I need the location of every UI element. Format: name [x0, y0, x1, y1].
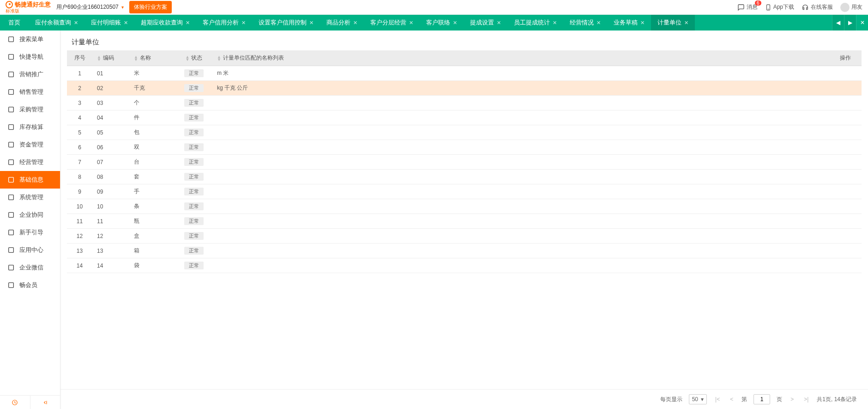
- close-icon[interactable]: ✕: [186, 20, 190, 26]
- table-row[interactable]: 1313箱正常: [67, 244, 862, 258]
- sidebar-item[interactable]: 快捷导航: [0, 48, 60, 66]
- table-row[interactable]: 101米正常m 米: [67, 66, 862, 81]
- support-link[interactable]: 在线客服: [802, 3, 833, 11]
- cell-op: [829, 229, 862, 244]
- sidebar-collapse-button[interactable]: [30, 396, 60, 409]
- cell-status: 正常: [175, 96, 212, 110]
- table-row[interactable]: 909手正常: [67, 184, 862, 199]
- th-match[interactable]: ▲▼计量单位匹配的名称列表: [212, 50, 829, 66]
- cell-code: 07: [92, 155, 129, 170]
- sidebar-footer-btn-1[interactable]: [0, 396, 30, 409]
- per-page-select[interactable]: 50 ▾: [689, 394, 707, 404]
- close-icon[interactable]: ✕: [684, 20, 688, 26]
- table-row[interactable]: 1111瓶正常: [67, 214, 862, 229]
- sort-icon: ▲▼: [186, 55, 190, 61]
- sort-icon: ▲▼: [97, 55, 101, 61]
- sidebar-item[interactable]: 应用中心: [0, 241, 60, 259]
- table-row[interactable]: 707台正常: [67, 155, 862, 170]
- tab-item[interactable]: 设置客户信用控制✕: [252, 15, 320, 31]
- sidebar-icon: [7, 246, 15, 254]
- cell-seq: 3: [67, 96, 92, 110]
- close-icon[interactable]: ✕: [409, 20, 413, 26]
- sidebar-item[interactable]: 系统管理: [0, 189, 60, 206]
- app-download-link[interactable]: App下载: [765, 3, 794, 11]
- th-code[interactable]: ▲▼编码: [92, 50, 129, 66]
- svg-rect-13: [9, 230, 14, 235]
- tab-item[interactable]: 提成设置✕: [464, 15, 507, 31]
- sidebar-item[interactable]: 企业微信: [0, 259, 60, 276]
- tab-label: 应付明细账: [91, 18, 121, 27]
- close-icon[interactable]: ✕: [453, 20, 457, 26]
- table-row[interactable]: 303个正常: [67, 96, 862, 110]
- tab-item[interactable]: 客户信用分析✕: [196, 15, 252, 31]
- th-seq[interactable]: 序号: [67, 50, 92, 66]
- close-icon[interactable]: ✕: [353, 20, 357, 26]
- table-row[interactable]: 1010条正常: [67, 199, 862, 214]
- cell-status: 正常: [175, 184, 212, 199]
- tab-item[interactable]: 应付余额查询✕: [29, 15, 84, 31]
- close-icon[interactable]: ✕: [124, 20, 128, 26]
- cell-op: [829, 244, 862, 258]
- support-label: 在线客服: [811, 3, 833, 11]
- close-icon[interactable]: ✕: [309, 20, 313, 26]
- sidebar-item[interactable]: 营销推广: [0, 66, 60, 83]
- th-name[interactable]: ▲▼名称: [129, 50, 175, 66]
- th-status[interactable]: ▲▼状态: [175, 50, 212, 66]
- tab-item[interactable]: 商品分析✕: [320, 15, 364, 31]
- brand-logo-icon: [6, 1, 13, 8]
- table-row[interactable]: 808套正常: [67, 170, 862, 184]
- tab-item[interactable]: 超期应收款查询✕: [134, 15, 196, 31]
- tab-item[interactable]: 业务草稿✕: [607, 15, 651, 31]
- sidebar-item[interactable]: 搜索菜单: [0, 31, 60, 48]
- table-row[interactable]: 202千克正常kg 千克 公斤: [67, 81, 862, 96]
- sidebar-item-label: 新手引导: [19, 228, 43, 237]
- tab-item[interactable]: 员工提成统计✕: [507, 15, 563, 31]
- sidebar-item[interactable]: 新手引导: [0, 224, 60, 241]
- close-icon[interactable]: ✕: [640, 20, 645, 26]
- close-icon[interactable]: ✕: [497, 20, 501, 26]
- sidebar-item[interactable]: 销售管理: [0, 83, 60, 101]
- tab-home[interactable]: 首页: [0, 15, 29, 31]
- tab-item[interactable]: 客户分层经营✕: [364, 15, 420, 31]
- org-selector[interactable]: 用户690企业1660120507 ▾: [56, 3, 124, 11]
- close-icon[interactable]: ✕: [553, 20, 557, 26]
- cell-seq: 5: [67, 125, 92, 140]
- sidebar-item[interactable]: 基础信息: [0, 171, 60, 189]
- table-row[interactable]: 404件正常: [67, 110, 862, 125]
- close-icon[interactable]: ✕: [241, 20, 246, 26]
- sidebar-item-label: 采购管理: [19, 105, 43, 114]
- tab-item[interactable]: 经营情况✕: [563, 15, 607, 31]
- tab-item[interactable]: 客户联络✕: [420, 15, 464, 31]
- page-first[interactable]: |<: [713, 396, 722, 403]
- tabs-close-all[interactable]: ✕: [856, 15, 868, 31]
- sidebar-item[interactable]: 企业协同: [0, 206, 60, 224]
- table-row[interactable]: 1212盒正常: [67, 229, 862, 244]
- user-menu[interactable]: 用友: [840, 3, 862, 12]
- close-icon[interactable]: ✕: [74, 20, 78, 26]
- table-row[interactable]: 606双正常: [67, 140, 862, 155]
- table-row[interactable]: 505包正常: [67, 125, 862, 140]
- phone-icon: [765, 4, 772, 11]
- close-icon[interactable]: ✕: [597, 20, 601, 26]
- tabs-scroll-right[interactable]: ▶: [844, 15, 856, 31]
- sidebar-item[interactable]: 畅会员: [0, 276, 60, 294]
- user-name: 用友: [851, 3, 862, 11]
- page-next[interactable]: >: [789, 396, 796, 403]
- tab-item[interactable]: 应付明细账✕: [84, 15, 134, 31]
- sidebar-item[interactable]: 库存核算: [0, 118, 60, 136]
- tabs-scroll-left[interactable]: ◀: [832, 15, 844, 31]
- tab-item[interactable]: 计量单位✕: [651, 15, 695, 31]
- sidebar-item-label: 营销推广: [19, 70, 43, 79]
- page-input[interactable]: [753, 394, 770, 404]
- trial-button[interactable]: 体验行业方案: [129, 1, 172, 13]
- sidebar-item[interactable]: 采购管理: [0, 101, 60, 118]
- sidebar-item-label: 搜索菜单: [19, 35, 43, 43]
- page-last[interactable]: >|: [802, 396, 810, 403]
- messages-link[interactable]: 消息 6: [737, 3, 758, 11]
- sidebar-item[interactable]: 资金管理: [0, 136, 60, 153]
- table-row[interactable]: 1414袋正常: [67, 258, 862, 273]
- cell-seq: 14: [67, 258, 92, 273]
- sidebar-item-label: 应用中心: [19, 246, 43, 254]
- page-prev[interactable]: <: [728, 396, 735, 403]
- sidebar-item[interactable]: 经营管理: [0, 153, 60, 171]
